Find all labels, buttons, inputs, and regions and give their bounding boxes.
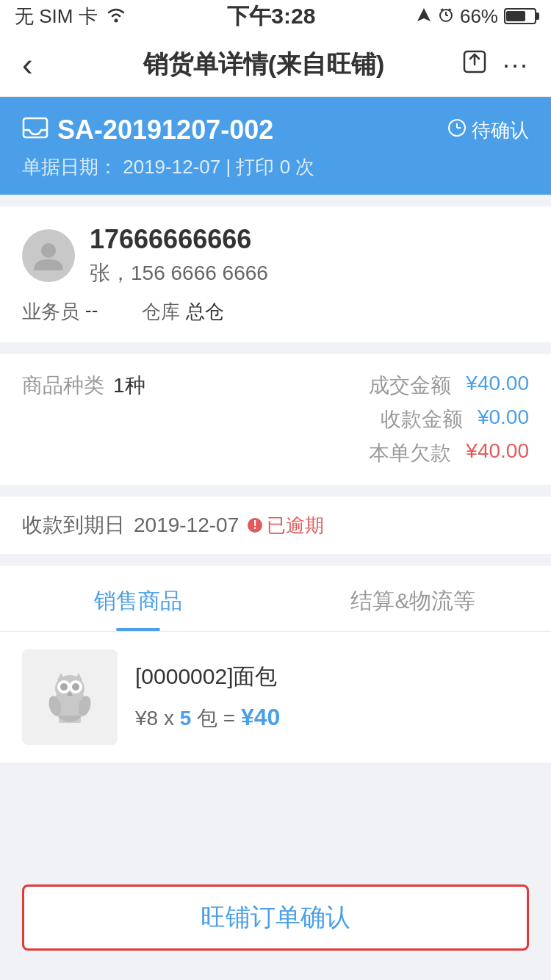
page-title: 销货单详情(来自旺铺) xyxy=(66,48,461,82)
svg-point-18 xyxy=(72,683,79,691)
deal-amount-value: ¥40.00 xyxy=(466,372,529,400)
product-price: ¥8 xyxy=(135,707,158,729)
overdue-dot-icon: ! xyxy=(248,518,262,533)
customer-card: 17666666666 张，156 6666 6666 业务员 -- 仓库 总仓 xyxy=(0,206,551,342)
svg-rect-24 xyxy=(59,716,81,723)
balance-value: ¥40.00 xyxy=(466,439,529,467)
battery-percent: 66% xyxy=(460,5,498,28)
battery-icon xyxy=(504,8,536,24)
inbox-icon xyxy=(22,115,48,145)
clock-icon xyxy=(447,118,467,143)
product-total: ¥40 xyxy=(241,704,280,730)
product-quantity: 5 xyxy=(180,707,192,729)
product-name: [0000002]面包 xyxy=(135,662,529,692)
salesman-label: 业务员 xyxy=(22,299,79,325)
balance-label: 本单欠款 xyxy=(369,439,451,467)
overdue-badge: ! 已逾期 xyxy=(248,513,324,538)
svg-point-0 xyxy=(114,18,118,22)
product-type-value: 1种 xyxy=(113,372,145,400)
product-unit: 包 xyxy=(197,707,217,729)
location-icon xyxy=(416,5,432,28)
due-label: 收款到期日 xyxy=(22,511,125,539)
nav-actions: ··· xyxy=(461,48,529,80)
svg-marker-1 xyxy=(417,8,431,21)
customer-name: 张，156 6666 6666 xyxy=(90,259,268,287)
order-status: 待确认 xyxy=(447,118,529,143)
alarm-icon xyxy=(438,5,454,28)
warehouse-label: 仓库 xyxy=(142,299,180,325)
svg-point-17 xyxy=(60,683,68,691)
header-card: SA-20191207-002 待确认 单据日期： 2019-12-07 | 打… xyxy=(0,97,551,195)
tabs-container: 销售商品 结算&物流等 xyxy=(0,566,551,763)
receipt-label: 收款金额 xyxy=(381,406,463,433)
status-bar-right: 66% xyxy=(416,5,536,28)
bottom-bar: 旺铺订单确认 xyxy=(0,870,551,980)
confirm-order-button[interactable]: 旺铺订单确认 xyxy=(22,884,529,951)
salesman-value: -- xyxy=(85,299,98,325)
status-bar-left: 无 SIM 卡 xyxy=(15,4,127,29)
warehouse-value: 总仓 xyxy=(186,299,224,325)
customer-phone: 17666666666 xyxy=(90,224,268,255)
tab-sales-products[interactable]: 销售商品 xyxy=(0,566,276,631)
header-card-date: 单据日期： 2019-12-07 | 打印 0 次 xyxy=(22,154,529,180)
product-price-row: ¥8 x 5 包 = ¥40 xyxy=(135,704,529,732)
svg-point-12 xyxy=(41,243,56,258)
deal-amount-label: 成交金额 xyxy=(369,372,451,400)
carrier-text: 无 SIM 卡 xyxy=(15,4,98,29)
back-button[interactable]: ‹ xyxy=(22,46,66,83)
product-thumbnail xyxy=(22,649,118,745)
product-card: [0000002]面包 ¥8 x 5 包 = ¥40 xyxy=(0,632,551,763)
wifi-icon xyxy=(105,5,127,28)
product-info: [0000002]面包 ¥8 x 5 包 = ¥40 xyxy=(135,662,529,732)
receipt-value: ¥0.00 xyxy=(478,406,529,433)
order-id: SA-20191207-002 xyxy=(22,115,273,145)
tab-settlement-logistics[interactable]: 结算&物流等 xyxy=(276,566,551,631)
share-icon[interactable] xyxy=(461,48,488,80)
nav-bar: ‹ 销货单详情(来自旺铺) ··· xyxy=(0,32,551,97)
summary-card: 商品种类 1种 成交金额 ¥40.00 收款金额 ¥0.00 本单欠款 ¥40.… xyxy=(0,354,551,485)
product-type-label: 商品种类 xyxy=(22,372,104,400)
avatar xyxy=(22,229,75,282)
overdue-text: 已逾期 xyxy=(267,513,324,538)
due-date: 2019-12-07 xyxy=(134,514,239,537)
more-icon[interactable]: ··· xyxy=(503,49,529,80)
time-display: 下午3:28 xyxy=(227,1,315,32)
customer-meta: 业务员 -- 仓库 总仓 xyxy=(22,299,529,325)
status-bar: 无 SIM 卡 下午3:28 66% xyxy=(0,0,551,32)
due-date-card: 收款到期日 2019-12-07 ! 已逾期 xyxy=(0,497,551,554)
